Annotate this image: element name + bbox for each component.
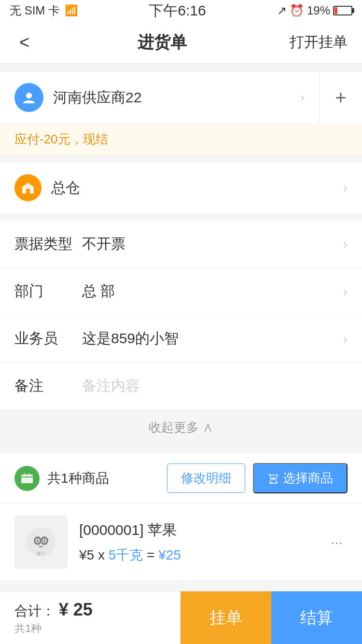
open-pending-button[interactable]: 打开挂单 (290, 32, 348, 52)
price-value: ¥5 x (79, 547, 109, 562)
warehouse-icon (14, 174, 42, 201)
total-label: 合计： (14, 603, 55, 618)
svg-rect-2 (21, 475, 33, 483)
remark-label: 备注 (14, 376, 72, 396)
ticket-type-row[interactable]: 票据类型 不开票 › (0, 221, 362, 268)
warehouse-name: 总仓 (51, 178, 343, 198)
product-item: 督十 [0000001] 苹果 ¥5 x 5千克 = ¥25 ··· (0, 504, 362, 580)
products-icon (14, 466, 40, 491)
location-icon: ↗ (277, 4, 287, 17)
product-thumbnail: 督十 (14, 516, 68, 569)
ticket-type-label: 票据类型 (14, 234, 72, 254)
nav-bar: < 进货单 打开挂单 (0, 21, 362, 64)
department-row[interactable]: 部门 总 部 › (0, 268, 362, 315)
select-product-label: 选择商品 (283, 470, 333, 487)
wifi-icon: 📶 (65, 4, 78, 17)
add-supplier-button[interactable]: + (320, 71, 362, 124)
remark-row[interactable]: 备注 备注内容 (0, 363, 362, 409)
supplier-name: 河南供应商22 (53, 88, 300, 108)
ticket-type-value: 不开票 (82, 234, 343, 254)
bottom-bar: 合计： ¥ 25 共1种 挂单 结算 (0, 591, 362, 644)
battery-percent: 19% (307, 4, 330, 17)
svg-text:督十: 督十 (37, 551, 45, 556)
edit-detail-button[interactable]: 修改明细 (167, 463, 245, 493)
chevron-right-icon: › (343, 237, 348, 252)
back-button[interactable]: < (14, 28, 34, 57)
supplier-avatar (14, 83, 43, 112)
department-value: 总 部 (82, 281, 343, 301)
checkout-button[interactable]: 结算 (271, 591, 362, 644)
svg-point-10 (37, 540, 39, 542)
product-more-button[interactable]: ··· (326, 529, 348, 555)
product-info: [0000001] 苹果 ¥5 x 5千克 = ¥25 (79, 520, 326, 564)
time-label: 下午6:16 (149, 1, 206, 21)
page-title: 进货单 (138, 31, 187, 54)
chevron-right-icon: › (343, 180, 348, 196)
sales-rep-row[interactable]: 业务员 这是859的小智 › (0, 315, 362, 363)
products-header: 共1种商品 修改明细 选择商品 (0, 453, 362, 503)
product-image: 督十 (24, 525, 58, 559)
svg-rect-1 (26, 189, 30, 194)
product-price: ¥5 x 5千克 = ¥25 (79, 546, 326, 564)
equals: = (147, 547, 158, 562)
battery-icon (333, 6, 352, 15)
svg-point-0 (26, 93, 32, 98)
status-left: 无 SIM 卡 📶 (10, 3, 78, 18)
total-value: ¥25 (158, 547, 181, 562)
hang-button[interactable]: 挂单 (181, 591, 271, 644)
supplier-selector[interactable]: 河南供应商22 › (0, 71, 319, 124)
supplier-section: 河南供应商22 › + (0, 71, 362, 124)
cart-icon (267, 473, 279, 484)
total-row: 合计： ¥ 25 (14, 600, 166, 620)
chevron-right-icon: › (300, 90, 305, 105)
total-count: 共1种 (14, 621, 166, 636)
sales-rep-value: 这是859的小智 (82, 329, 343, 349)
collapse-button[interactable]: 收起更多 ∧ (0, 409, 362, 446)
chevron-right-icon: › (343, 284, 348, 299)
collapse-label: 收起更多 ∧ (149, 419, 213, 436)
notice-bar: 应付-20元，现结 (0, 124, 362, 155)
remark-value: 备注内容 (82, 376, 348, 396)
total-amount: ¥ 25 (59, 600, 93, 619)
qty-value: 5千克 (109, 547, 143, 562)
carrier-label: 无 SIM 卡 (10, 3, 60, 18)
status-right: ↗ ⏰ 19% (277, 4, 352, 17)
product-code: [0000001] 苹果 (79, 522, 177, 538)
product-name: [0000001] 苹果 (79, 520, 326, 540)
alarm-icon: ⏰ (290, 4, 304, 17)
select-product-button[interactable]: 选择商品 (253, 463, 348, 493)
total-section: 合计： ¥ 25 共1种 (0, 600, 181, 636)
chevron-right-icon: › (343, 331, 348, 347)
svg-point-11 (43, 540, 45, 542)
warehouse-selector[interactable]: 总仓 › (0, 163, 362, 213)
sales-rep-label: 业务员 (14, 329, 72, 349)
department-label: 部门 (14, 281, 72, 301)
notice-text: 应付-20元，现结 (14, 132, 108, 146)
form-section: 票据类型 不开票 › 部门 总 部 › 业务员 这是859的小智 › 备注 备注… (0, 221, 362, 409)
status-bar: 无 SIM 卡 📶 下午6:16 ↗ ⏰ 19% (0, 0, 362, 21)
products-count-label: 共1种商品 (47, 469, 159, 488)
main-content: 河南供应商22 › + 应付-20元，现结 总仓 › 票据类型 不开票 › 部门 (0, 71, 362, 638)
